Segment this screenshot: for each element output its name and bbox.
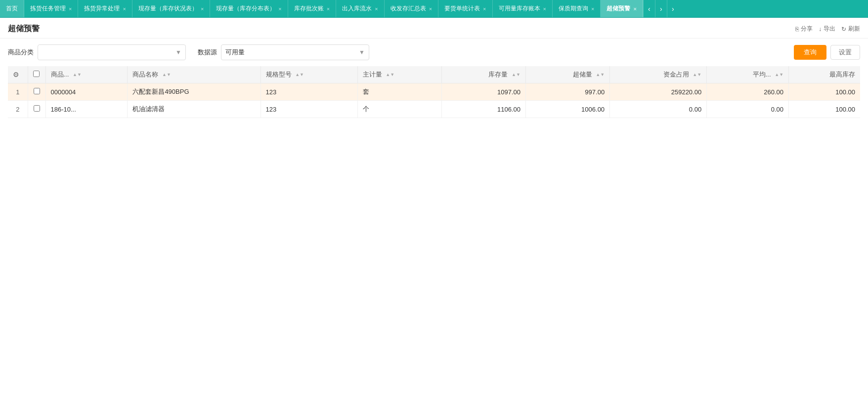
col-product-name[interactable]: 商品名称 ▲▼ — [128, 66, 260, 83]
row-checkbox-cell — [28, 83, 45, 101]
close-icon[interactable]: × — [483, 6, 486, 12]
overstock-table: ⚙ 商品... ▲▼ 商品名称 ▲▼ 规格型号 ▲▼ — [8, 66, 860, 118]
share-button[interactable]: ⎘ 分享 — [795, 25, 813, 33]
avg-cell: 260.00 — [707, 83, 789, 101]
filter-actions: 查询 设置 — [794, 45, 860, 60]
refresh-button[interactable]: ↻ 刷新 — [841, 25, 860, 33]
row-checkbox[interactable] — [34, 88, 40, 94]
max-stock-cell: 100.00 — [789, 101, 860, 118]
export-button[interactable]: ↓ 导出 — [819, 25, 835, 33]
header-actions: ⎘ 分享 ↓ 导出 ↻ 刷新 — [795, 25, 860, 33]
sort-icon: ▲▼ — [73, 73, 82, 77]
sort-icon: ▲▼ — [596, 73, 605, 77]
sort-icon: ▲▼ — [295, 73, 304, 77]
share-icon: ⎘ — [795, 26, 799, 33]
col-stock[interactable]: 库存量 ▲▼ — [441, 66, 525, 83]
nav-item-task[interactable]: 拣货任务管理 × — [24, 0, 78, 18]
close-icon[interactable]: × — [591, 6, 594, 12]
col-product-code[interactable]: 商品... ▲▼ — [45, 66, 128, 83]
category-filter: 商品分类 ▼ — [8, 44, 186, 60]
nav-prev-button[interactable]: ‹ — [643, 0, 655, 18]
product-name-cell: 机油滤清器 — [128, 101, 260, 118]
datasource-value: 可用量 — [225, 48, 245, 57]
table-row: 2 186-10... 机油滤清器 123 个 1106.00 1006.00 … — [8, 101, 860, 118]
nav-item-home[interactable]: 首页 — [0, 0, 24, 18]
datasource-label: 数据源 — [198, 48, 217, 57]
close-icon[interactable]: × — [123, 6, 126, 12]
col-avg[interactable]: 平均... ▲▼ — [707, 66, 789, 83]
nav-item-overstock[interactable]: 超储预警 × — [601, 0, 643, 18]
close-icon[interactable]: × — [429, 6, 432, 12]
table-header-row: ⚙ 商品... ▲▼ 商品名称 ▲▼ 规格型号 ▲▼ — [8, 66, 860, 83]
page-title: 超储预警 — [8, 24, 40, 34]
close-icon[interactable]: × — [327, 6, 330, 12]
close-icon[interactable]: × — [69, 6, 72, 12]
table-body: 1 0000004 六配套新昌490BPG 123 套 1097.00 997.… — [8, 83, 860, 118]
close-icon[interactable]: × — [375, 6, 378, 12]
close-icon[interactable]: × — [278, 6, 281, 12]
filter-area: 商品分类 ▼ 数据源 可用量 ▼ 查询 设置 — [0, 39, 868, 66]
row-number: 1 — [8, 83, 28, 101]
row-number: 2 — [8, 101, 28, 118]
close-icon[interactable]: × — [201, 6, 204, 12]
nav-item-stock-dist[interactable]: 现存量（库存分布表） × — [210, 0, 288, 18]
datasource-select[interactable]: 可用量 ▼ — [221, 44, 369, 60]
chevron-down-icon: ▼ — [359, 49, 365, 56]
col-spec[interactable]: 规格型号 ▲▼ — [260, 66, 357, 83]
nav-item-stock-status[interactable]: 现存量（库存状况表） × — [132, 0, 210, 18]
nav-item-abnormal[interactable]: 拣货异常处理 × — [78, 0, 132, 18]
query-button[interactable]: 查询 — [794, 45, 826, 60]
category-select[interactable]: ▼ — [38, 44, 186, 60]
select-all-checkbox[interactable] — [33, 71, 40, 77]
close-icon[interactable]: × — [543, 6, 546, 12]
nav-more-button[interactable]: › — [667, 0, 679, 18]
col-overstock[interactable]: 超储量 ▲▼ — [525, 66, 609, 83]
avg-cell: 0.00 — [707, 101, 789, 118]
settings-button[interactable]: 设置 — [830, 45, 860, 60]
refresh-icon: ↻ — [841, 26, 846, 33]
page-header: 超储预警 ⎘ 分享 ↓ 导出 ↻ 刷新 — [0, 18, 868, 39]
capital-cell: 0.00 — [610, 101, 707, 118]
spec-cell: 123 — [260, 101, 357, 118]
sort-icon: ▲▼ — [775, 73, 783, 77]
table-container: ⚙ 商品... ▲▼ 商品名称 ▲▼ 规格型号 ▲▼ — [0, 66, 868, 118]
stock-cell: 1097.00 — [441, 83, 525, 101]
nav-next-button[interactable]: › — [655, 0, 667, 18]
capital-cell: 259220.00 — [610, 83, 707, 101]
chevron-down-icon: ▼ — [175, 49, 181, 56]
col-max-stock[interactable]: 最高库存 — [789, 66, 860, 83]
row-checkbox-cell — [28, 101, 45, 118]
category-label: 商品分类 — [8, 48, 34, 57]
unit-cell: 个 — [357, 101, 441, 118]
datasource-filter: 数据源 可用量 ▼ — [198, 44, 369, 60]
top-nav: 首页 拣货任务管理 × 拣货异常处理 × 现存量（库存状况表） × 现存量（库存… — [0, 0, 868, 18]
export-icon: ↓ — [819, 26, 822, 33]
col-gear: ⚙ — [8, 66, 28, 83]
nav-item-flow[interactable]: 出入库流水 × — [336, 0, 384, 18]
nav-item-order-stats[interactable]: 要货单统计表 × — [438, 0, 492, 18]
sort-icon: ▲▼ — [162, 73, 171, 77]
gear-icon[interactable]: ⚙ — [13, 71, 19, 79]
col-unit[interactable]: 主计量 ▲▼ — [357, 66, 441, 83]
sort-icon: ▲▼ — [386, 73, 394, 77]
nav-item-available[interactable]: 可用量库存账本 × — [493, 0, 553, 18]
col-capital[interactable]: 资金占用 ▲▼ — [610, 66, 707, 83]
overstock-cell: 1006.00 — [525, 101, 609, 118]
nav-item-summary[interactable]: 收发存汇总表 × — [385, 0, 438, 18]
sort-icon: ▲▼ — [512, 73, 521, 77]
close-icon[interactable]: × — [633, 6, 636, 12]
overstock-cell: 997.00 — [525, 83, 609, 101]
nav-item-batch[interactable]: 库存批次账 × — [288, 0, 336, 18]
nav-item-quality[interactable]: 保质期查询 × — [553, 0, 601, 18]
sort-icon: ▲▼ — [693, 73, 701, 77]
product-name-cell: 六配套新昌490BPG — [128, 83, 260, 101]
product-code-cell: 186-10... — [45, 101, 128, 118]
unit-cell: 套 — [357, 83, 441, 101]
product-code-cell: 0000004 — [45, 83, 128, 101]
max-stock-cell: 100.00 — [789, 83, 860, 101]
table-row: 1 0000004 六配套新昌490BPG 123 套 1097.00 997.… — [8, 83, 860, 101]
spec-cell: 123 — [260, 83, 357, 101]
row-checkbox[interactable] — [34, 105, 40, 112]
stock-cell: 1106.00 — [441, 101, 525, 118]
col-checkbox — [28, 66, 45, 83]
